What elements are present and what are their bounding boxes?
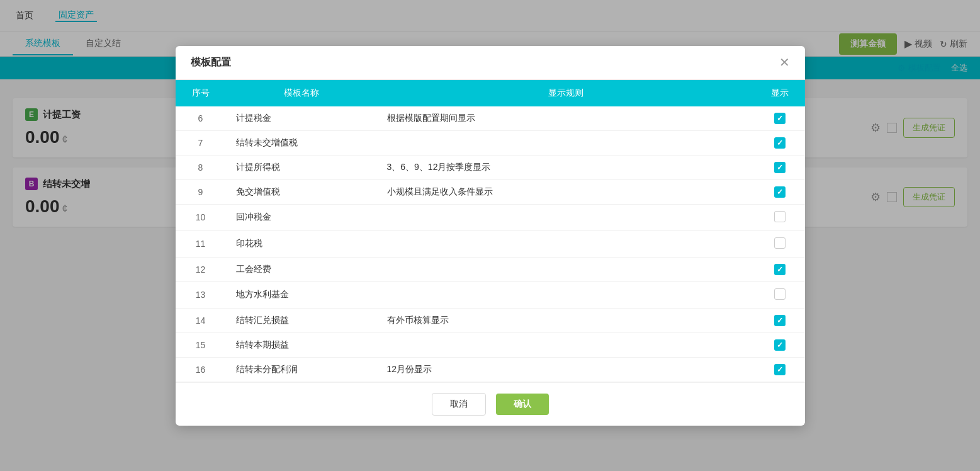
table-header-row: 序号 模板名称 显示规则 显示 [176, 80, 805, 106]
row-10-display [755, 357, 805, 382]
row-3-name: 免交增值税 [226, 179, 377, 204]
row-0-serial: 6 [176, 106, 226, 131]
table-row: 16结转未分配利润12月份显示 [176, 357, 805, 382]
row-4-rule [377, 204, 755, 230]
row-1-checkbox[interactable] [774, 137, 786, 149]
row-6-rule [377, 257, 755, 281]
row-9-checkbox[interactable] [774, 339, 786, 351]
row-10-checkbox[interactable] [774, 364, 786, 375]
row-4-serial: 10 [176, 204, 226, 230]
row-0-name: 计提税金 [226, 106, 377, 131]
row-6-serial: 12 [176, 257, 226, 281]
modal-close-button[interactable]: ✕ [779, 56, 790, 69]
row-10-name: 结转未分配利润 [226, 357, 377, 382]
row-2-rule: 3、6、9、12月按季度显示 [377, 155, 755, 179]
confirm-button[interactable]: 确认 [496, 394, 549, 415]
row-8-display [755, 308, 805, 332]
table-row: 13地方水利基金 [176, 281, 805, 308]
template-config-modal: 模板配置 ✕ 序号 模板名称 显示规则 显示 6计提税金根据模版配置期间显 [176, 46, 805, 426]
col-display: 显示 [755, 80, 805, 106]
row-8-checkbox[interactable] [774, 315, 786, 326]
table-row: 15结转本期损益 [176, 332, 805, 357]
row-7-checkbox[interactable] [774, 288, 786, 300]
row-6-checkbox[interactable] [774, 264, 786, 275]
row-0-rule: 根据模版配置期间显示 [377, 106, 755, 131]
row-4-display [755, 204, 805, 230]
table-row: 14结转汇兑损益有外币核算显示 [176, 308, 805, 332]
row-1-serial: 7 [176, 130, 226, 155]
row-5-display [755, 230, 805, 257]
row-8-rule: 有外币核算显示 [377, 308, 755, 332]
row-9-rule [377, 332, 755, 357]
row-5-checkbox[interactable] [774, 237, 786, 249]
row-8-name: 结转汇兑损益 [226, 308, 377, 332]
config-table: 序号 模板名称 显示规则 显示 6计提税金根据模版配置期间显示7结转未交增值税8… [176, 80, 805, 382]
row-2-checkbox[interactable] [774, 162, 786, 173]
row-3-rule: 小规模且满足收入条件显示 [377, 179, 755, 204]
modal-overlay: 模板配置 ✕ 序号 模板名称 显示规则 显示 6计提税金根据模版配置期间显 [0, 0, 980, 471]
col-serial: 序号 [176, 80, 226, 106]
cancel-button[interactable]: 取消 [432, 393, 486, 416]
row-5-serial: 11 [176, 230, 226, 257]
table-row: 9免交增值税小规模且满足收入条件显示 [176, 179, 805, 204]
modal-body: 序号 模板名称 显示规则 显示 6计提税金根据模版配置期间显示7结转未交增值税8… [176, 80, 805, 382]
row-5-name: 印花税 [226, 230, 377, 257]
table-scroll-area[interactable]: 序号 模板名称 显示规则 显示 6计提税金根据模版配置期间显示7结转未交增值税8… [176, 80, 805, 382]
row-9-display [755, 332, 805, 357]
modal-header: 模板配置 ✕ [176, 46, 805, 80]
row-8-serial: 14 [176, 308, 226, 332]
row-6-name: 工会经费 [226, 257, 377, 281]
row-7-name: 地方水利基金 [226, 281, 377, 308]
modal-title: 模板配置 [191, 56, 231, 69]
row-1-name: 结转未交增值税 [226, 130, 377, 155]
row-10-rule: 12月份显示 [377, 357, 755, 382]
row-2-name: 计提所得税 [226, 155, 377, 179]
row-4-checkbox[interactable] [774, 211, 786, 222]
table-row: 11印花税 [176, 230, 805, 257]
table-row: 10回冲税金 [176, 204, 805, 230]
row-2-serial: 8 [176, 155, 226, 179]
table-row: 8计提所得税3、6、9、12月按季度显示 [176, 155, 805, 179]
table-row: 12工会经费 [176, 257, 805, 281]
row-1-display [755, 130, 805, 155]
row-6-display [755, 257, 805, 281]
table-row: 6计提税金根据模版配置期间显示 [176, 106, 805, 131]
row-5-rule [377, 230, 755, 257]
row-7-serial: 13 [176, 281, 226, 308]
row-9-serial: 15 [176, 332, 226, 357]
row-0-display [755, 106, 805, 131]
table-row: 7结转未交增值税 [176, 130, 805, 155]
modal-footer: 取消 确认 [176, 382, 805, 426]
row-0-checkbox[interactable] [774, 113, 786, 124]
row-7-display [755, 281, 805, 308]
row-7-rule [377, 281, 755, 308]
row-1-rule [377, 130, 755, 155]
row-9-name: 结转本期损益 [226, 332, 377, 357]
col-rule: 显示规则 [377, 80, 755, 106]
col-name: 模板名称 [226, 80, 377, 106]
row-3-serial: 9 [176, 179, 226, 204]
row-10-serial: 16 [176, 357, 226, 382]
row-3-checkbox[interactable] [774, 186, 786, 198]
row-3-display [755, 179, 805, 204]
row-2-display [755, 155, 805, 179]
row-4-name: 回冲税金 [226, 204, 377, 230]
